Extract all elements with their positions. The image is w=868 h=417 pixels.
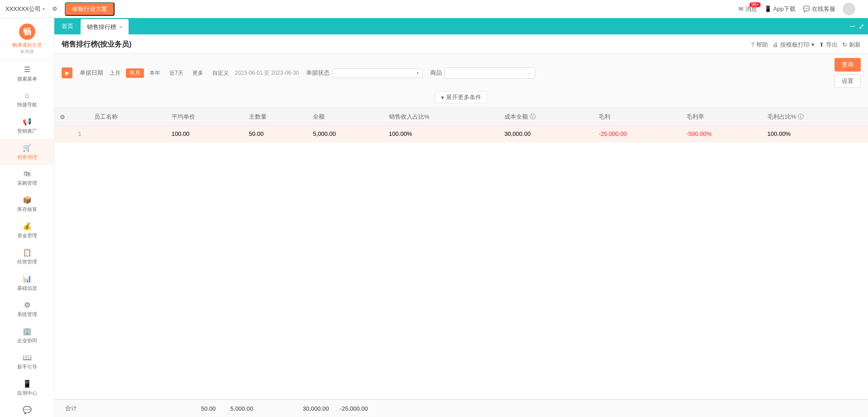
app-download-button[interactable]: 📱 App下载 (764, 5, 796, 13)
tab-maximize-icon[interactable]: ⤢ (858, 22, 864, 31)
export-button[interactable]: ⬆ 导出 (819, 41, 838, 49)
sidebar-item-wechat[interactable]: 💬 企业微信 (0, 401, 54, 417)
sidebar-item-marketing[interactable]: 📢 营销推广 (0, 113, 54, 139)
top-bar-right: ✉ 消息 99+ 📱 App下载 💬 在线客服 (739, 3, 863, 15)
td-avg-price: 100.00 (166, 126, 244, 142)
tab-home[interactable]: 首页 (54, 18, 81, 34)
tab-sales-rank[interactable]: 销售排行榜 × (81, 19, 129, 35)
search-order-icon: ☰ (24, 65, 30, 74)
refresh-label: 刷新 (849, 41, 861, 49)
footer-cost-amount: 30,000.00 (297, 405, 335, 412)
footer-profit: -25,000.00 (334, 405, 373, 412)
main-layout: 畅 畅康通好生意 标准版 ☰ 搜索菜单 ⌂ 快捷导航 📢 营销推广 🛒 销售管理… (0, 18, 868, 417)
expand-filter-button[interactable]: ▾ 展开更多条件 (435, 91, 487, 103)
th-amount: 全额 (307, 108, 384, 126)
sidebar-label-purchase: 采购管理 (17, 180, 37, 187)
tab-close-icon[interactable]: × (119, 24, 122, 30)
sidebar-item-guide[interactable]: 📖 新手引导 (0, 349, 54, 375)
sidebar-label-sales: 销售管理 (17, 154, 37, 161)
quick-nav-icon: ⌂ (25, 91, 29, 100)
avatar[interactable] (843, 3, 855, 15)
print-icon: 🖨 (772, 41, 778, 48)
sidebar: 畅 畅康通好生意 标准版 ☰ 搜索菜单 ⌂ 快捷导航 📢 营销推广 🛒 销售管理… (0, 18, 54, 417)
operations-icon: 📋 (23, 248, 32, 257)
th-profit: 毛利 (593, 108, 681, 126)
sidebar-item-search-order[interactable]: ☰ 搜索菜单 (0, 61, 54, 87)
page-title: 销售排行榜(按业务员) (62, 40, 132, 49)
sidebar-label-inventory: 库存核算 (17, 206, 37, 213)
company-selector[interactable]: XXXXXX公司 ▾ (5, 5, 45, 13)
export-icon: ⬆ (819, 41, 824, 48)
filter-collapse-btn[interactable]: ▶ (62, 67, 72, 78)
tab-minimize-icon[interactable]: ─ (850, 22, 855, 30)
refresh-icon: ↻ (842, 41, 847, 48)
help-icon: ? (751, 41, 754, 48)
sidebar-item-purchase[interactable]: 🛍 采购管理 (0, 165, 54, 191)
filter-goods: 商品 ··· (430, 67, 535, 79)
print-button[interactable]: 🖨 按模板打印 ▾ (772, 41, 815, 49)
sidebar-item-inventory[interactable]: 📦 库存核算 (0, 191, 54, 217)
td-profit: -25,000.00 (593, 126, 681, 142)
status-label: 单据状态 (306, 69, 330, 77)
online-service-button[interactable]: 💬 在线客服 (803, 5, 835, 13)
th-profit-rate: 毛利率 (681, 108, 762, 126)
top-bar: XXXXXX公司 ▾ ⚙ 体验行业方案 ✉ 消息 99+ 📱 App下载 💬 在… (0, 0, 868, 18)
help-button[interactable]: ? 帮助 (751, 41, 768, 49)
date-tab-this-month[interactable]: 本月 (126, 68, 144, 78)
date-tab-last-month[interactable]: 上月 (106, 68, 124, 78)
expand-label: 展开更多条件 (446, 93, 481, 101)
date-tab-this-year[interactable]: 本年 (146, 68, 164, 78)
inventory-icon: 📦 (23, 196, 32, 204)
query-button[interactable]: 查询 (834, 58, 861, 72)
td-profit-rate: -500.00% (681, 126, 762, 142)
sidebar-item-finance[interactable]: 💰 资金管理 (0, 217, 54, 244)
refresh-button[interactable]: ↻ 刷新 (842, 41, 861, 49)
company-name: XXXXXX公司 (5, 5, 41, 13)
tab-label: 销售排行榜 (87, 23, 116, 31)
status-select[interactable]: ▾ (332, 68, 423, 78)
goods-input[interactable]: ··· (445, 67, 535, 79)
sidebar-item-operations[interactable]: 📋 经营管理 (0, 244, 54, 270)
th-cost-amount: 成本全额 ⓘ (499, 108, 593, 126)
sidebar-item-quick-nav[interactable]: ⌂ 快捷导航 (0, 87, 54, 113)
date-tab-7days[interactable]: 近7天 (166, 68, 187, 78)
query-btn-area: 查询 设置 (834, 58, 861, 88)
td-rank: 1 (71, 126, 89, 142)
company-chevron-icon: ▾ (43, 6, 45, 11)
data-table: ⚙ 员工名称 平均单价 主数量 全额 销售收入占比% 成本全额 ⓘ 毛利 毛利率… (54, 108, 868, 142)
print-chevron-icon: ▾ (811, 41, 815, 48)
settings-icon[interactable]: ⚙ (48, 3, 61, 15)
settings-button[interactable]: 设置 (834, 74, 861, 88)
logo-text: 畅康通好生意 (12, 42, 42, 48)
page-content: 销售排行榜(按业务员) ? 帮助 🖨 按模板打印 ▾ ⬆ 导出 (54, 34, 868, 417)
sidebar-item-system[interactable]: ⚙ 系统管理 (0, 296, 54, 322)
content-area: 首页 销售排行榜 × ─ ⤢ 销售排行榜(按业务员) ? 帮助 (54, 18, 868, 417)
finance-icon: 💰 (23, 222, 32, 230)
sidebar-item-sales[interactable]: 🛒 销售管理 (0, 139, 54, 165)
filter-area: ▶ 单据日期 上月 本月 本年 近7天 更多 自定义 2023-06-01 至 … (54, 53, 868, 108)
date-range: 2023-06-01 至 2023-06-30 (235, 69, 299, 77)
td-settings (54, 126, 71, 142)
date-tab-custom[interactable]: 自定义 (209, 68, 232, 78)
enterprise-icon: 🏢 (23, 327, 32, 336)
sidebar-item-enterprise[interactable]: 🏢 企业协同 (0, 322, 54, 349)
filter-date: 单据日期 上月 本月 本年 近7天 更多 自定义 2023-06-01 至 20… (80, 68, 299, 78)
app-center-icon: 📱 (23, 379, 32, 388)
td-amount: 5,000.00 (307, 126, 384, 142)
footer-amount: 5,000.00 (225, 405, 261, 412)
table-row: 1 100.00 50.00 5,000.00 100.00% 30,000.0… (54, 126, 868, 142)
message-badge: 99+ (749, 2, 761, 7)
filter-expand-row: ▾ 展开更多条件 (62, 91, 861, 103)
service-icon: 💬 (803, 5, 810, 12)
sidebar-label-search-order: 搜索菜单 (17, 76, 37, 82)
footer-main-qty: 50.00 (196, 405, 221, 412)
date-tab-more[interactable]: 更多 (189, 68, 207, 78)
trial-button[interactable]: 体验行业方案 (65, 2, 115, 16)
goods-label: 商品 (430, 69, 442, 77)
sidebar-item-basic-info[interactable]: 📊 基础信息 (0, 270, 54, 296)
sidebar-item-app-center[interactable]: 📱 应用中心 (0, 375, 54, 401)
th-main-qty: 主数量 (244, 108, 308, 126)
date-label: 单据日期 (80, 69, 103, 77)
message-button[interactable]: ✉ 消息 99+ (739, 5, 757, 13)
th-settings[interactable]: ⚙ (54, 108, 71, 126)
